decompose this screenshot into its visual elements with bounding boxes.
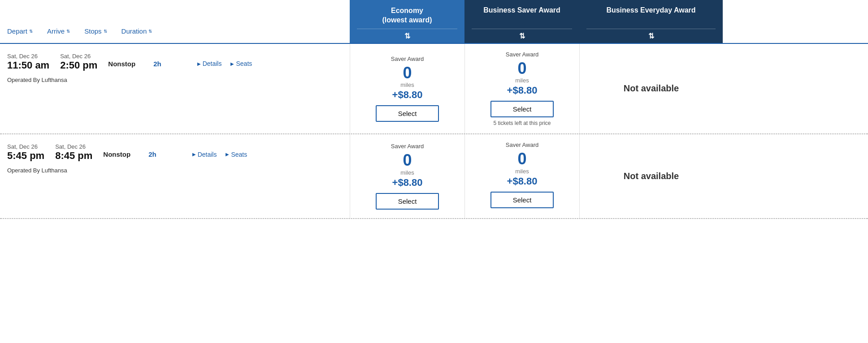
depart-col-header[interactable]: Depart ⇅ [0,24,40,39]
flight-2-biz-saver-select-button[interactable]: Select [490,192,554,208]
flight-1-economy-select-button[interactable]: Select [376,105,439,122]
flight-1-economy-fare: Saver Award 0 miles +$8.80 Select [350,44,464,134]
economy-col-header: Economy (lowest award) ⇅ [350,0,464,43]
flight-2-depart-block: Sat, Dec 26 5:45 pm [7,143,44,162]
arrive-sort-icon: ⇅ [66,29,70,34]
flight-2-stops: Nonstop [103,150,130,158]
biz-saver-sort-icon: ⇅ [519,32,525,40]
duration-col-header[interactable]: Duration ⇅ [114,24,160,39]
arrive-col-header[interactable]: Arrive ⇅ [40,24,77,39]
flight-2-info: Sat, Dec 26 5:45 pm Sat, Dec 26 8:45 pm … [0,134,350,218]
flight-row-1: Sat, Dec 26 11:50 am Sat, Dec 26 2:50 pm… [0,44,868,135]
flight-1-info: Sat, Dec 26 11:50 am Sat, Dec 26 2:50 pm… [0,44,350,134]
flight-2-economy-fare: Saver Award 0 miles +$8.80 Select [350,134,464,218]
flight-2-biz-saver-fare: Saver Award 0 miles +$8.80 Select [464,134,579,218]
flight-row-2: Sat, Dec 26 5:45 pm Sat, Dec 26 8:45 pm … [0,134,868,219]
flight-2-biz-everyday-fare: Not available [579,134,723,218]
biz-everyday-sort-btn[interactable]: ⇅ [586,29,716,43]
flight-2-operator: Operated By Lufthansa [7,167,343,174]
flight-1-arrive-block: Sat, Dec 26 2:50 pm [60,53,97,71]
flight-2-arrive-block: Sat, Dec 26 8:45 pm [55,143,92,162]
flight-1-seats-link[interactable]: ▶ Seats [230,60,252,67]
flight-1-biz-saver-fare: Saver Award 0 miles +$8.80 Select 5 tick… [464,44,579,134]
stops-col-header[interactable]: Stops ⇅ [77,24,114,39]
flight-1-details-link[interactable]: ▶ Details [197,60,222,67]
flight-2-seats-link[interactable]: ▶ Seats [226,151,247,158]
flight-2-duration: 2h [148,150,156,158]
flight-1-depart-block: Sat, Dec 26 11:50 am [7,53,49,71]
biz-saver-col-header: Business Saver Award ⇅ [464,0,579,43]
economy-sort-icon: ⇅ [404,32,410,40]
left-headers: Depart ⇅ Arrive ⇅ Stops ⇅ Duration ⇅ [0,0,350,43]
economy-sort-btn[interactable]: ⇅ [357,29,457,43]
biz-everyday-sort-icon: ⇅ [648,32,654,40]
table-header: Depart ⇅ Arrive ⇅ Stops ⇅ Duration ⇅ Eco… [0,0,868,44]
biz-everyday-col-header: Business Everyday Award ⇅ [579,0,723,43]
stops-sort-icon: ⇅ [104,29,107,34]
flight-2-details-link[interactable]: ▶ Details [192,151,217,158]
depart-sort-icon: ⇅ [29,29,33,34]
flight-1-biz-saver-select-button[interactable]: Select [490,101,554,117]
flight-1-stops: Nonstop [108,60,135,68]
flight-1-biz-everyday-fare: Not available [579,44,723,134]
flight-1-duration: 2h [153,60,161,68]
flight-2-economy-select-button[interactable]: Select [376,193,439,210]
flight-1-operator: Operated By Lufthansa [7,77,343,83]
flight-results-table: Depart ⇅ Arrive ⇅ Stops ⇅ Duration ⇅ Eco… [0,0,868,343]
biz-saver-sort-btn[interactable]: ⇅ [472,29,572,43]
flight-1-tickets-left: 5 tickets left at this price [493,120,551,126]
duration-sort-icon: ⇅ [148,29,152,34]
